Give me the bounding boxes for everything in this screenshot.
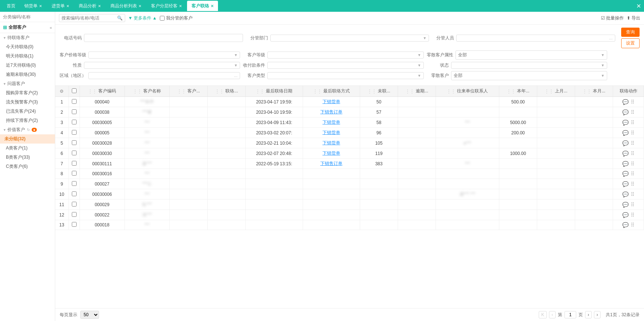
row-checkbox[interactable]	[72, 181, 77, 186]
tab-product-analysis[interactable]: 商品分析 ✕	[74, 1, 105, 11]
row-checkbox[interactable]	[72, 130, 77, 135]
filter-price-level-select[interactable]: ▼	[88, 52, 240, 59]
chat-icon[interactable]: 💬	[622, 202, 629, 208]
tab-purchase[interactable]: 进货单 ✕	[47, 1, 74, 11]
sidebar-item-7days[interactable]: 近7天待联络(0)	[0, 61, 55, 70]
sidebar-item-churned[interactable]: 已流失客户(24)	[0, 107, 55, 116]
grid-icon[interactable]: ⠿	[631, 171, 634, 177]
sidebar-item-c-class[interactable]: C类客户(6)	[0, 162, 55, 171]
row-last-way[interactable]: 下销货单	[303, 148, 360, 159]
chat-icon[interactable]: 💬	[622, 151, 629, 156]
first-page-btn[interactable]: K	[539, 311, 547, 318]
export-btn[interactable]: ⬆ 导出	[627, 15, 640, 21]
row-checkbox[interactable]	[72, 222, 77, 227]
sidebar-group-problem[interactable]: ▼ 问题客户	[0, 79, 55, 88]
query-button[interactable]: 查询	[621, 28, 640, 37]
grid-icon[interactable]: ⠿	[631, 222, 634, 228]
close-contact-tab[interactable]: ✕	[211, 4, 214, 8]
close-purchase-tab[interactable]: ✕	[66, 4, 69, 8]
sidebar-item-today[interactable]: 今天待联络(0)	[0, 42, 55, 52]
sidebar-all-customers[interactable]: ⊞ 全部客户 «	[0, 22, 55, 33]
main-search-input[interactable]	[61, 15, 116, 21]
grid-icon[interactable]: ⠿	[631, 140, 634, 146]
sidebar-group-value[interactable]: ▼ 价值客户 ↻ ●	[0, 125, 55, 134]
select-all-checkbox[interactable]	[72, 88, 77, 93]
row-last-way[interactable]: 下销货单	[303, 97, 360, 107]
per-page-select[interactable]: 50 100 200	[80, 311, 99, 319]
my-customer-checkbox[interactable]	[160, 16, 165, 21]
sidebar-item-tomorrow[interactable]: 明天待联络(1)	[0, 52, 55, 61]
row-checkbox[interactable]	[72, 202, 77, 207]
more-filter-btn[interactable]: ▼ 更多条件 ▲	[128, 15, 157, 21]
tab-product-list[interactable]: 商品分析列表 ✕	[106, 1, 146, 11]
last-page-btn[interactable]: ›	[594, 311, 601, 318]
close-product-analysis-tab[interactable]: ✕	[98, 4, 101, 8]
sidebar-item-declining[interactable]: 持续下滑客户(2)	[0, 116, 55, 125]
sidebar-item-overdue[interactable]: 逾期未联络(30)	[0, 70, 55, 79]
filter-nature-select[interactable]: ▼	[84, 62, 240, 69]
row-last-way[interactable]: 下销货单	[303, 128, 360, 138]
grid-icon[interactable]: ⠿	[631, 212, 634, 218]
row-checkbox[interactable]	[72, 109, 77, 114]
chat-icon[interactable]: 💬	[622, 161, 629, 167]
sidebar-item-a-class[interactable]: A类客户(1)	[0, 144, 55, 153]
filter-customer-level-select[interactable]: ▼	[267, 52, 423, 59]
chat-icon[interactable]: 💬	[622, 171, 629, 177]
window-close-button[interactable]: ✕	[636, 3, 641, 10]
filter-retail-attr-select[interactable]: 全部 ▼	[455, 50, 607, 60]
chat-icon[interactable]: 💬	[622, 109, 629, 115]
chat-icon[interactable]: 💬	[622, 191, 629, 197]
sidebar-item-churn-warning[interactable]: 流失预警客户(3)	[0, 98, 55, 107]
filter-dept-select[interactable]: ▼	[270, 35, 429, 42]
tab-customer-contact[interactable]: 客户联络 ✕	[187, 1, 218, 11]
chat-icon[interactable]: 💬	[622, 212, 629, 218]
grid-icon[interactable]: ⠿	[631, 191, 634, 197]
close-segment-tab[interactable]: ✕	[179, 4, 182, 8]
tab-sales[interactable]: 销货单 ✕	[20, 1, 46, 11]
reset-button[interactable]: 设置	[621, 38, 640, 48]
sidebar-item-ungrouped[interactable]: 未分组(32)	[0, 134, 55, 144]
grid-icon[interactable]: ⠿	[631, 181, 634, 187]
settings-icon[interactable]: ⚙	[60, 89, 64, 94]
prev-page-btn[interactable]: ‹	[549, 311, 556, 318]
sidebar-search-input[interactable]	[3, 14, 55, 20]
chat-icon[interactable]: 💬	[622, 130, 629, 136]
tab-customer-segment[interactable]: 客户分层经客 ✕	[147, 1, 186, 11]
row-last-way[interactable]: 下销货单	[303, 138, 360, 148]
filter-status-select[interactable]: ▼	[451, 62, 607, 69]
chat-icon[interactable]: 💬	[622, 222, 629, 228]
filter-manager-select[interactable]: …	[456, 35, 615, 42]
row-checkbox[interactable]	[72, 140, 77, 145]
sidebar-collapse-icon[interactable]: «	[50, 25, 52, 30]
sidebar-item-b-class[interactable]: B类客户(33)	[0, 153, 55, 162]
grid-icon[interactable]: ⠿	[631, 120, 634, 126]
my-customer-checkbox-label[interactable]: 我分管的客户	[160, 15, 193, 21]
filter-payment-select[interactable]: ▼	[267, 62, 423, 69]
main-search-icon[interactable]: 🔍	[117, 15, 123, 21]
chat-icon[interactable]: 💬	[622, 140, 629, 146]
sidebar-item-abnormal[interactable]: 囤购异常客户(2)	[0, 88, 55, 98]
page-input[interactable]	[564, 311, 576, 318]
row-checkbox[interactable]	[72, 171, 77, 176]
filter-phone-input[interactable]	[84, 34, 243, 42]
filter-retail-select[interactable]: 全部 ▼	[451, 71, 607, 80]
grid-icon[interactable]: ⠿	[631, 161, 634, 167]
sidebar-group-pending[interactable]: ▼ 待联络客户	[0, 33, 55, 42]
row-checkbox[interactable]	[72, 161, 77, 166]
row-last-way[interactable]: 下销售订单	[303, 107, 360, 117]
tab-home[interactable]: 首页	[3, 1, 19, 11]
chat-icon[interactable]: 💬	[622, 120, 629, 126]
row-checkbox[interactable]	[72, 99, 77, 104]
close-sales-tab[interactable]: ✕	[39, 4, 42, 8]
batch-op-btn[interactable]: ☑ 批量操作	[601, 15, 624, 21]
chat-icon[interactable]: 💬	[622, 181, 629, 187]
row-checkbox[interactable]	[72, 151, 77, 155]
filter-customer-type-select[interactable]: ▼	[267, 72, 423, 79]
row-last-way[interactable]: 下销货单	[303, 117, 360, 128]
row-checkbox[interactable]	[72, 212, 77, 217]
grid-icon[interactable]: ⠿	[631, 109, 634, 115]
close-product-list-tab[interactable]: ✕	[138, 4, 141, 8]
filter-region-select[interactable]: …	[88, 72, 240, 79]
row-checkbox[interactable]	[72, 120, 77, 124]
chat-icon[interactable]: 💬	[622, 99, 629, 105]
